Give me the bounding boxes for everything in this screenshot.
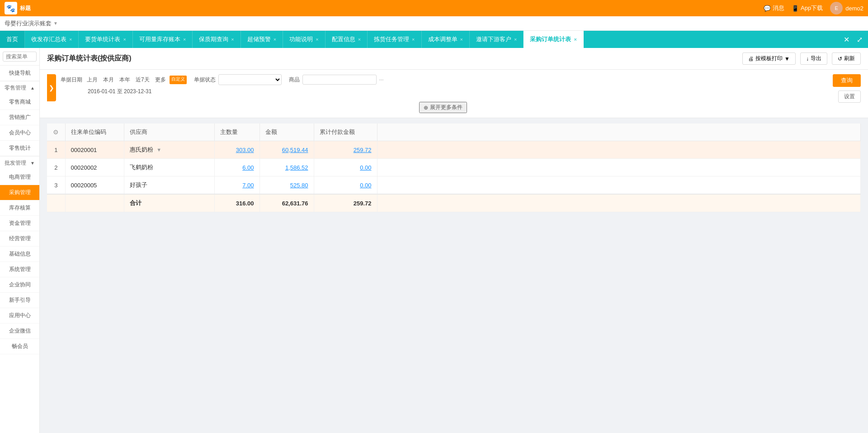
th-qty: 主数量 <box>214 124 259 141</box>
close-icon[interactable]: × <box>231 37 234 42</box>
row-qty-2[interactable]: 6.00 <box>214 159 259 176</box>
close-icon[interactable]: × <box>358 37 361 42</box>
sidebar-search-area <box>0 48 39 66</box>
sidebar-item-new-guide[interactable]: 新手引导 <box>0 293 39 308</box>
row-paid-1[interactable]: 259.72 <box>314 141 377 159</box>
refresh-button[interactable]: ↺ 刷新 <box>832 52 861 65</box>
th-supplier: 供应商 <box>124 124 214 141</box>
sidebar-item-basic-info[interactable]: 基础信息 <box>0 247 39 262</box>
sidebar: 快捷导航 零售管理 ▲ 零售商城 营销推广 会员中心 零售统计 批发管理 ▼ 电… <box>0 48 40 433</box>
close-icon[interactable]: × <box>316 37 318 42</box>
expand-more-btn[interactable]: ⊕ 展开更多条件 <box>419 102 467 113</box>
workspace-selector[interactable]: 母婴行业演示账套 ▼ <box>5 19 58 28</box>
more-dates-btn[interactable]: 更多 <box>153 76 168 84</box>
row-qty-3[interactable]: 7.00 <box>214 176 259 195</box>
sidebar-item-capital[interactable]: 资金管理 <box>0 216 39 231</box>
last-7-days-btn[interactable]: 近7天 <box>134 76 151 84</box>
footer-amount: 62,631.76 <box>259 194 314 212</box>
goods-input[interactable] <box>302 75 377 85</box>
this-month-btn[interactable]: 本月 <box>101 76 116 84</box>
export-icon: ↓ <box>806 56 809 62</box>
sidebar-item-ecommerce[interactable]: 电商管理 <box>0 170 39 185</box>
row-amount-1[interactable]: 60,519.44 <box>259 141 314 159</box>
data-table: ⚙ 往来单位编码 供应商 主数量 金额 累计付款金额 1 00020001 <box>47 124 861 212</box>
close-icon[interactable]: × <box>183 37 186 42</box>
close-icon[interactable]: × <box>69 37 72 42</box>
content-area: 采购订单统计表(按供应商) 🖨 按模板打印 ▼ ↓ 导出 ↺ 刷新 <box>40 48 868 433</box>
row-qty-1[interactable]: 303.00 <box>214 141 259 159</box>
sidebar-item-purchase[interactable]: 采购管理 <box>0 185 39 200</box>
tab-inventory-book[interactable]: 可用量库存账本 × <box>133 31 193 48</box>
sidebar-item-app-center[interactable]: 应用中心 <box>0 308 39 324</box>
avatar: E <box>830 2 843 14</box>
sidebar-item-marketing[interactable]: 营销推广 <box>0 110 39 125</box>
tab-purchase-order-stats[interactable]: 采购订单统计表 × <box>524 31 583 48</box>
expand-down-icon: ⊕ <box>424 105 428 111</box>
sidebar-item-member-center[interactable]: 会员中心 <box>0 125 39 141</box>
close-tab-btn[interactable]: ✕ <box>841 34 852 45</box>
close-icon[interactable]: × <box>514 37 517 42</box>
tab-invite-downstream[interactable]: 邀请下游客户 × <box>470 31 524 48</box>
close-icon[interactable]: × <box>460 37 463 42</box>
row-paid-3[interactable]: 0.00 <box>314 176 377 195</box>
top-bar: 🐾 标题 💬 消息 📱 App下载 E demo2 <box>0 0 868 16</box>
chevron-down-icon: ▼ <box>30 161 35 166</box>
app-download-btn[interactable]: 📱 App下载 <box>792 4 823 12</box>
row-amount-3[interactable]: 525.80 <box>259 176 314 195</box>
footer-empty-1 <box>47 194 65 212</box>
status-filter-label: 单据状态 <box>194 76 216 84</box>
page-header: 采购订单统计表(按供应商) 🖨 按模板打印 ▼ ↓ 导出 ↺ 刷新 <box>40 48 868 70</box>
table-header: ⚙ 往来单位编码 供应商 主数量 金额 累计付款金额 <box>47 124 861 141</box>
search-input[interactable] <box>3 52 37 62</box>
sidebar-item-operation[interactable]: 经营管理 <box>0 231 39 247</box>
close-icon[interactable]: × <box>412 37 415 42</box>
sidebar-item-inventory-check[interactable]: 库存核算 <box>0 200 39 216</box>
collapse-filter-btn[interactable]: ❯ <box>47 74 56 101</box>
filter-cols-row1: 单据日期 上月 本月 本年 近7天 更多 自定义 单据状态 <box>61 74 826 85</box>
tab-receive-summary[interactable]: 收发存汇总表 × <box>25 31 79 48</box>
tab-overstock-warning[interactable]: 超储预警 × <box>241 31 283 48</box>
query-button[interactable]: 查询 <box>833 74 861 87</box>
sidebar-item-member-card[interactable]: 畅会员 <box>0 339 39 354</box>
chevron-up-icon: ▲ <box>30 86 35 90</box>
close-icon[interactable]: × <box>574 37 576 42</box>
sidebar-item-retail-stats[interactable]: 零售统计 <box>0 141 39 156</box>
sidebar-item-system[interactable]: 系统管理 <box>0 262 39 277</box>
last-month-btn[interactable]: 上月 <box>85 76 99 84</box>
footer-empty-3 <box>377 194 861 212</box>
filter-left: 单据日期 上月 本月 本年 近7天 更多 自定义 单据状态 <box>61 74 826 113</box>
expand-supplier-icon[interactable]: ▼ <box>156 147 161 152</box>
sidebar-group-retail[interactable]: 零售管理 ▲ <box>0 81 39 95</box>
tab-expiry-query[interactable]: 保质期查询 × <box>193 31 241 48</box>
table-row: 2 00020002 飞鹤奶粉 6.00 1,586.52 0.00 <box>47 159 861 176</box>
settings-button[interactable]: 设置 <box>838 90 861 103</box>
goods-filter-label: 商品 <box>289 76 300 84</box>
print-button[interactable]: 🖨 按模板打印 ▼ <box>742 52 796 65</box>
row-amount-2[interactable]: 1,586.52 <box>259 159 314 176</box>
user-area[interactable]: E demo2 <box>830 2 863 14</box>
tab-cost-adj[interactable]: 成本调整单 × <box>422 31 470 48</box>
sidebar-item-enterprise-collab[interactable]: 企业协同 <box>0 277 39 293</box>
gear-icon[interactable]: ⚙ <box>53 128 59 136</box>
goods-more-icon[interactable]: ··· <box>379 76 384 83</box>
nav-tabs: 首页 收发存汇总表 × 要货单统计表 × 可用量库存账本 × 保质期查询 × 超… <box>0 31 868 48</box>
status-select[interactable] <box>218 74 282 85</box>
sidebar-item-retail-shop[interactable]: 零售商城 <box>0 95 39 110</box>
close-icon[interactable]: × <box>123 37 126 42</box>
sidebar-item-enterprise-wechat[interactable]: 企业微信 <box>0 324 39 339</box>
tab-function-desc[interactable]: 功能说明 × <box>283 31 325 48</box>
more-filters-area: ⊕ 展开更多条件 <box>61 102 826 113</box>
close-icon[interactable]: × <box>274 37 276 42</box>
sidebar-item-quick-nav[interactable]: 快捷导航 <box>0 66 39 81</box>
maximize-tab-btn[interactable]: ⤢ <box>854 34 865 45</box>
date-shortcuts: 上月 本月 本年 近7天 更多 自定义 <box>85 76 187 84</box>
row-paid-2[interactable]: 0.00 <box>314 159 377 176</box>
tab-order-summary[interactable]: 要货单统计表 × <box>79 31 132 48</box>
this-year-btn[interactable]: 本年 <box>118 76 132 84</box>
sidebar-group-wholesale[interactable]: 批发管理 ▼ <box>0 156 39 170</box>
export-button[interactable]: ↓ 导出 <box>800 52 827 65</box>
message-btn[interactable]: 💬 消息 <box>764 4 784 12</box>
tab-home[interactable]: 首页 <box>0 31 25 48</box>
tab-config-info[interactable]: 配置信息 × <box>326 31 368 48</box>
tab-pick-task[interactable]: 拣货任务管理 × <box>368 31 421 48</box>
